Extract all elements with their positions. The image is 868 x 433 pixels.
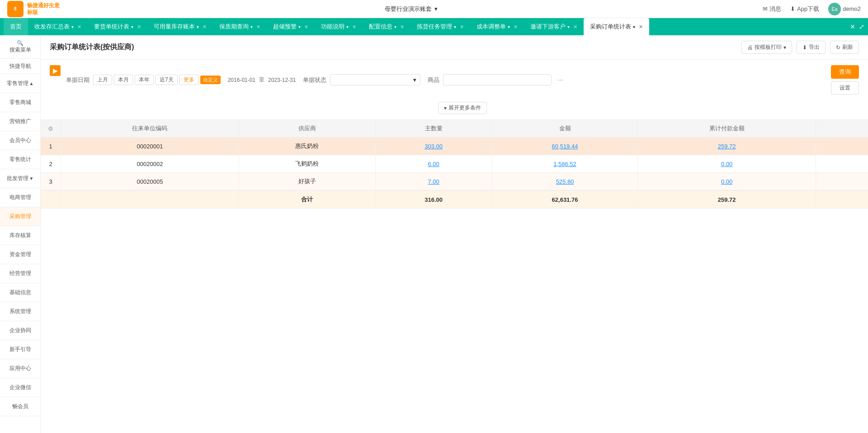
row-1-extra (816, 138, 868, 155)
expand-conditions-button[interactable]: ▾ 展开更多条件 (438, 102, 487, 114)
app-download-button[interactable]: ⬇ App下载 (790, 5, 819, 13)
sidebar-item-newbie[interactable]: 新手引导 (0, 340, 40, 359)
goods-input[interactable] (443, 74, 552, 86)
sidebar-item-app-center[interactable]: 应用中心 (0, 359, 40, 378)
sidebar-item-base-info[interactable]: 基础信息 (0, 283, 40, 302)
tab-11-close[interactable]: ✕ (639, 24, 643, 30)
tab-10-close[interactable]: ✕ (573, 24, 577, 30)
settings-button[interactable]: 设置 (831, 81, 859, 95)
tab-5[interactable]: 超储预警 ▾ ✕ (267, 18, 315, 35)
row-2-index: 2 (41, 155, 61, 173)
chevron-down-icon: ▾ (434, 5, 438, 12)
filter-main-row: 单据日期 上月 本月 本年 近7天 更多 自定义 (66, 65, 859, 95)
sidebar-item-ecommerce[interactable]: 电商管理 (0, 188, 40, 207)
row-1-supplier: 惠氏奶粉 (239, 138, 375, 155)
row-1-paid-link[interactable]: 259.72 (718, 143, 736, 150)
sidebar-item-business[interactable]: 经营管理 (0, 264, 40, 283)
row-3-qty-link[interactable]: 7.00 (428, 178, 439, 185)
user-profile[interactable]: Ea demo2 (828, 3, 861, 15)
tab-2-close[interactable]: ✕ (137, 24, 141, 30)
tab-2[interactable]: 要货单统计表 ▾ ✕ (88, 18, 147, 35)
refresh-icon: ↻ (836, 44, 840, 51)
tab-5-close[interactable]: ✕ (304, 24, 308, 30)
data-table: ⚙ 往来单位编码 供应商 主数量 金额 累计付款金额 1 00020001 (41, 120, 868, 209)
sidebar-wholesale-label: 批发管理 (7, 175, 28, 182)
sidebar-item-retail-store[interactable]: 零售商城 (0, 93, 40, 112)
row-3-paid-link[interactable]: 0.00 (721, 178, 732, 185)
sidebar-item-sys-mgmt[interactable]: 系统管理 (0, 302, 40, 321)
tab-7-close[interactable]: ✕ (400, 24, 404, 30)
tab-1[interactable]: 收发存汇总表 ▾ ✕ (28, 18, 88, 35)
goods-filter-item: 商品 ··· (428, 74, 563, 86)
export-button[interactable]: ⬇ 导出 (797, 41, 826, 54)
logo-icon-text: 6 (14, 6, 17, 11)
date-last-month-btn[interactable]: 上月 (93, 75, 112, 85)
row-2-paid-link[interactable]: 0.00 (721, 161, 732, 167)
tab-8[interactable]: 拣货任务管理 ▾ ✕ (410, 18, 470, 35)
footer-empty (41, 190, 61, 209)
gear-icon[interactable]: ⚙ (48, 125, 53, 132)
tab-3-close[interactable]: ✕ (203, 24, 207, 30)
tab-5-arrow: ▾ (298, 24, 301, 29)
sidebar-item-enterprise[interactable]: 企业协同 (0, 321, 40, 340)
sidebar-sys-mgmt-label: 系统管理 (9, 308, 31, 314)
template-arrow-icon: ▾ (783, 44, 786, 51)
tab-6-close[interactable]: ✕ (352, 24, 356, 30)
tab-2-arrow: ▾ (131, 24, 133, 29)
goods-more-icon[interactable]: ··· (557, 76, 563, 84)
query-button[interactable]: 查询 (831, 65, 859, 79)
tab-11[interactable]: 采购订单统计表 ▾ ✕ (584, 18, 649, 35)
filter-expand-row: ▾ 展开更多条件 (66, 98, 859, 114)
tab-9[interactable]: 成本调整单 ▾ ✕ (470, 18, 524, 35)
tab-1-label: 收发存汇总表 (34, 23, 70, 31)
row-1-qty-link[interactable]: 303.00 (425, 143, 443, 150)
workspace-selector[interactable]: 母婴行业演示账套 ▾ (385, 5, 438, 13)
date-this-month-btn[interactable]: 本月 (114, 75, 133, 85)
nav-tabs: 首页 收发存汇总表 ▾ ✕ 要货单统计表 ▾ ✕ 可用量库存账本 ▾ ✕ 保质期… (0, 18, 868, 35)
sidebar-item-member-plus[interactable]: 畅会员 (0, 397, 40, 416)
sidebar-item-finance[interactable]: 资金管理 (0, 245, 40, 264)
row-2-amount-link[interactable]: 1,586.52 (553, 161, 576, 167)
tab-home[interactable]: 首页 (4, 18, 28, 35)
date-7days-btn[interactable]: 近7天 (156, 75, 178, 85)
refresh-button[interactable]: ↻ 刷新 (830, 41, 859, 54)
tab-10[interactable]: 邀请下游客户 ▾ ✕ (524, 18, 584, 35)
sidebar-quick-nav[interactable]: 快捷导航 (0, 59, 40, 74)
tab-10-arrow: ▾ (567, 24, 570, 29)
sidebar-item-retail-stats[interactable]: 零售统计 (0, 150, 40, 169)
tab-1-close[interactable]: ✕ (77, 24, 81, 30)
tab-4-close[interactable]: ✕ (256, 24, 260, 30)
sidebar-item-marketing[interactable]: 营销推广 (0, 112, 40, 131)
date-custom-tag: 自定义 (200, 76, 221, 84)
sidebar-item-inventory[interactable]: 库存核算 (0, 226, 40, 245)
date-more-btn[interactable]: 更多 (179, 75, 198, 85)
close-all-icon[interactable]: ✕ (850, 23, 855, 30)
date-this-year-btn[interactable]: 本年 (135, 75, 154, 85)
status-select[interactable]: ▾ (330, 74, 420, 86)
template-print-button[interactable]: 🖨 按模板打印 ▾ (741, 41, 792, 54)
maximize-icon[interactable]: ⤢ (859, 23, 864, 30)
sidebar-search[interactable]: 🔍 搜索菜单 (0, 35, 40, 59)
sidebar-item-purchase[interactable]: 采购管理 (0, 207, 40, 226)
table-footer: 合计 316.00 62,631.76 259.72 (41, 190, 868, 209)
filter-toggle-button[interactable]: ▶ (50, 65, 61, 76)
sidebar-finance-label: 资金管理 (9, 251, 31, 257)
tab-9-close[interactable]: ✕ (514, 24, 518, 30)
workspace-name: 母婴行业演示账套 (385, 5, 432, 13)
message-button[interactable]: ✉ 消息 (763, 5, 781, 13)
tab-3[interactable]: 可用量库存账本 ▾ ✕ (147, 18, 213, 35)
tab-7[interactable]: 配置信息 ▾ ✕ (363, 18, 410, 35)
row-2-qty-link[interactable]: 6.00 (428, 161, 439, 167)
top-right-actions: ✉ 消息 ⬇ App下载 Ea demo2 (763, 3, 861, 15)
sidebar-newbie-label: 新手引导 (9, 346, 31, 352)
sidebar-item-wholesale[interactable]: 批发管理 ▼ (0, 169, 40, 188)
sidebar-retail-mgmt-label: 零售管理 (7, 80, 28, 87)
tab-8-close[interactable]: ✕ (460, 24, 464, 30)
row-3-amount-link[interactable]: 525.80 (556, 178, 574, 185)
sidebar-item-retail-mgmt[interactable]: 零售管理 ▲ (0, 74, 40, 93)
sidebar-item-wechat[interactable]: 企业微信 (0, 378, 40, 397)
sidebar-item-member[interactable]: 会员中心 (0, 131, 40, 150)
row-1-amount-link[interactable]: 60,519.44 (552, 143, 578, 150)
tab-6[interactable]: 功能说明 ▾ ✕ (315, 18, 363, 35)
tab-4[interactable]: 保质期查询 ▾ ✕ (213, 18, 267, 35)
